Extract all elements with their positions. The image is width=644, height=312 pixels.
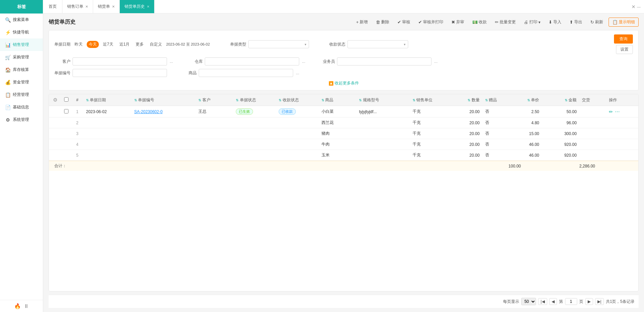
col-goods[interactable]: ⇅ 商品: [319, 94, 356, 106]
select-all-checkbox[interactable]: [64, 97, 68, 102]
window-close-button[interactable]: ✕: [632, 4, 636, 9]
col-unit[interactable]: ⇅ 销售单位: [410, 94, 450, 106]
show-detail-button[interactable]: 📋 显示明细: [609, 18, 639, 27]
sort-icon: ⇅: [468, 98, 470, 102]
date-chip-7days[interactable]: 近7天: [101, 41, 115, 48]
col-doc-date[interactable]: ⇅ 单据日期: [83, 94, 132, 106]
sidebar-item-label: 采购管理: [13, 54, 29, 60]
col-doc-number[interactable]: ⇅ 单据编号: [132, 94, 196, 106]
main-area: 首页 销售订单 ✕ 销货单 ✕ 销货单历史 ✕ ✕ — 销货单历史 + 新增: [43, 0, 644, 312]
spec-cell: [356, 139, 410, 150]
sidebar-item-inventory[interactable]: 🏠 库存核算: [0, 63, 43, 76]
spec-cell: [356, 128, 410, 139]
print-button[interactable]: 🖨 打印 ▾: [521, 18, 543, 26]
collapse-button[interactable]: 🔼 收起更多条件: [54, 80, 633, 86]
sidebar-item-operations-mgmt[interactable]: 📋 经营管理: [0, 88, 43, 101]
customer-input[interactable]: [73, 57, 167, 66]
import-button[interactable]: ⬇ 导入: [546, 18, 564, 26]
discard-button[interactable]: ✖ 弃审: [449, 18, 467, 26]
date-chip-more[interactable]: 更多: [134, 41, 146, 48]
settings-column: ⚙: [49, 94, 61, 106]
date-range-display: 2023-06-02 至 2023-06-02: [166, 42, 210, 47]
col-customer[interactable]: ⇅ 客户: [196, 94, 233, 106]
batch-change-button[interactable]: ✏ 批量变更: [492, 18, 519, 26]
tab-home[interactable]: 首页: [43, 0, 62, 13]
delete-button[interactable]: 🗑 删除: [373, 18, 392, 26]
per-page-label: 每页显示: [503, 299, 519, 305]
sort-icon: ⇅: [86, 98, 89, 102]
warehouse-dots[interactable]: ...: [302, 59, 305, 64]
doc-date-cell: [83, 139, 132, 150]
tab-sales-goods[interactable]: 销货单 ✕: [93, 0, 120, 13]
row-num-cell: 4: [71, 139, 83, 150]
doc-number-link[interactable]: SA-20230602-0: [134, 109, 163, 114]
table-row: 4 牛肉 千克 20.00 否 46.00 920.00: [49, 139, 638, 150]
sidebar-item-system-mgmt[interactable]: ⚙ 系统管理: [0, 113, 43, 126]
unit-cell: 千克: [410, 139, 450, 150]
tab-sales-goods-history[interactable]: 销货单历史 ✕: [120, 0, 155, 13]
window-minimize-button[interactable]: —: [637, 5, 641, 9]
last-page-button[interactable]: ▶|: [595, 298, 604, 305]
quantity-cell: 20.00: [450, 150, 482, 161]
more-icon[interactable]: ⋯: [615, 109, 620, 114]
sidebar-item-basic-info[interactable]: 📄 基础信息: [0, 101, 43, 113]
table-header-row: ⚙ # ⇅ 单据日期 ⇅ 单据编号 ⇅ 客户 ⇅ 单据状态 ⇅ 收款状态 ⇅ 商…: [49, 94, 638, 106]
date-chip-yesterday[interactable]: 昨天: [73, 41, 85, 48]
payment-status-select[interactable]: [347, 40, 408, 48]
refresh-button[interactable]: ↻ 刷新: [588, 18, 606, 26]
edit-icon[interactable]: ✏: [609, 109, 613, 114]
fire-icon[interactable]: 🔥: [14, 303, 21, 309]
pagination: 每页显示 50 |◀ ◀ 第 页 ▶ ▶| 共1页，5条记录: [49, 295, 639, 308]
export-button[interactable]: ⬆ 导出: [567, 18, 585, 26]
sidebar-item-finance-mgmt[interactable]: 💰 资金管理: [0, 76, 43, 88]
sidebar-item-quick-nav[interactable]: ⚡ 快捷导航: [0, 26, 43, 38]
quantity-cell: 20.00: [450, 139, 482, 150]
table-settings-gear[interactable]: ⚙: [53, 97, 57, 103]
prev-page-button[interactable]: ◀: [549, 298, 557, 305]
date-chip-custom[interactable]: 自定义: [148, 41, 164, 48]
col-spec[interactable]: ⇅ 规格型号: [356, 94, 410, 106]
salesperson-dots[interactable]: ...: [434, 59, 438, 64]
goods-input[interactable]: [199, 69, 293, 77]
doc-number-input[interactable]: [73, 69, 167, 77]
salesperson-input[interactable]: [337, 57, 431, 66]
sidebar-item-sales-mgmt[interactable]: 📊 销售管理: [0, 38, 43, 51]
tab-sales-order[interactable]: 销售订单 ✕: [62, 0, 93, 13]
warehouse-input[interactable]: [205, 57, 299, 66]
approve-button[interactable]: ✔ 审核: [395, 18, 413, 26]
collect-button[interactable]: 💵 收款: [470, 18, 489, 26]
new-button[interactable]: + 新增: [353, 18, 370, 26]
col-payment-status[interactable]: ⇅ 收款状态: [276, 94, 319, 106]
row-checkbox[interactable]: [64, 109, 68, 113]
tab-close-sales-goods-history[interactable]: ✕: [147, 5, 149, 8]
col-row-num: #: [71, 94, 83, 106]
approve-print-button[interactable]: ✔ 审核并打印: [416, 18, 446, 26]
next-page-button[interactable]: ▶: [585, 298, 593, 305]
first-page-button[interactable]: |◀: [538, 298, 547, 305]
date-chip-today[interactable]: 今天: [87, 41, 99, 48]
doc-date-cell: [83, 118, 132, 128]
settings-button[interactable]: 设置: [616, 45, 633, 54]
checkbox-cell: [61, 139, 71, 150]
goods-dots[interactable]: ...: [296, 71, 299, 75]
customer-dots[interactable]: ...: [170, 59, 173, 64]
page-content: 销货单历史 + 新增 🗑 删除 ✔ 审核 ✔ 审核并打印: [43, 14, 644, 312]
col-unit-price[interactable]: ⇅ 单价: [510, 94, 542, 106]
sidebar-item-search-menu[interactable]: 🔍 搜索菜单: [0, 14, 43, 26]
col-quantity[interactable]: ⇅ 数量: [450, 94, 482, 106]
page-number-input[interactable]: [565, 298, 577, 305]
per-page-select[interactable]: 50: [521, 298, 536, 305]
doc-number-label: 单据编号: [54, 70, 71, 76]
col-amount[interactable]: ⇅ 金额: [542, 94, 579, 106]
tab-close-sales-order[interactable]: ✕: [85, 5, 88, 8]
doc-type-select[interactable]: [248, 40, 309, 48]
sidebar-item-purchase-mgmt[interactable]: 🛒 采购管理: [0, 51, 43, 63]
pause-icon[interactable]: ⏸: [24, 303, 29, 309]
query-button[interactable]: 查询: [614, 34, 633, 44]
date-chip-1month[interactable]: 近1月: [117, 41, 132, 48]
col-gift[interactable]: ⇅ 赠品: [482, 94, 510, 106]
col-doc-status[interactable]: ⇅ 单据状态: [233, 94, 276, 106]
tab-close-sales-goods[interactable]: ✕: [112, 5, 115, 8]
payment-status-label: 收款状态: [329, 42, 345, 47]
filter-row-3: 单据编号 商品 ...: [54, 69, 633, 77]
